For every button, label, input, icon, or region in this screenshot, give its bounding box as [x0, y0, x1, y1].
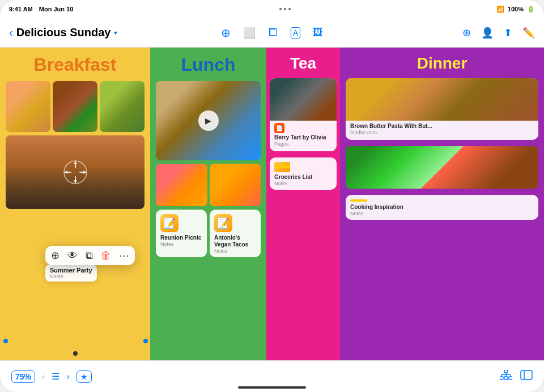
ctx-trash-icon[interactable]: 🗑	[101, 250, 111, 262]
status-center	[279, 8, 291, 10]
nav-prev-btn[interactable]: ‹	[42, 372, 45, 382]
ctx-more-icon[interactable]: ⋯	[119, 249, 129, 262]
home-indicator	[238, 386, 306, 389]
lunch-sub-images	[156, 164, 261, 206]
person-icon[interactable]: 👤	[481, 27, 494, 39]
note-sub-2: Notes	[214, 248, 256, 254]
slide-dot-active	[73, 351, 78, 356]
pasta-sub: food52.com	[350, 130, 534, 135]
groceries-sub: Notes	[274, 181, 332, 186]
lunch-main-img: ▶	[156, 81, 261, 160]
zoom-level[interactable]: 75%	[11, 370, 35, 383]
ctx-copy-icon[interactable]: ⧉	[86, 250, 93, 262]
svg-marker-5	[74, 161, 77, 164]
tea-groceries-note[interactable]: Groceries List Notes	[270, 157, 337, 190]
svg-rect-10	[500, 377, 503, 380]
share-icon[interactable]: ⬆	[504, 27, 512, 39]
lunch-header: Lunch	[156, 54, 261, 75]
svg-rect-12	[509, 377, 512, 380]
back-button[interactable]: ‹ Delicious Sunday ▾	[9, 26, 117, 39]
tea-header: Tea	[270, 54, 337, 73]
battery-label: 100%	[508, 6, 524, 12]
status-date: Mon Jun 10	[39, 6, 74, 12]
title-chevron-icon: ▾	[114, 29, 117, 37]
play-button[interactable]: ▶	[198, 110, 219, 131]
bottom-left-controls: 75% ‹ ☰ › ★	[11, 370, 92, 383]
col-breakfast: Breakfast	[0, 48, 150, 360]
slide-dots	[73, 351, 78, 356]
label-card: Summer Party Notes	[45, 265, 97, 282]
toolbar-layers-icon[interactable]: ⧠	[268, 27, 278, 39]
status-time: 9:41 AM	[9, 6, 33, 12]
wifi-icon: 📶	[496, 6, 504, 13]
label-card-sub: Notes	[50, 274, 92, 279]
anchor-dot-br[interactable]	[143, 339, 148, 343]
groceries-title: Groceries List	[274, 174, 332, 181]
lunch-note-reunion[interactable]: 📝 Reunion Picnic Notes	[156, 210, 207, 257]
ctx-eye-icon[interactable]: 👁	[67, 250, 78, 262]
breakfast-melon-img	[6, 81, 50, 132]
ctx-globe-icon[interactable]: ⊕	[51, 249, 60, 262]
label-card-title: Summer Party	[50, 267, 92, 274]
svg-rect-18	[521, 370, 532, 380]
breakfast-berries-img	[53, 81, 97, 132]
tea-content: 📄 Berry Tart by Olivia Pages Groce	[270, 78, 337, 193]
hierarchy-icon[interactable]	[500, 370, 512, 383]
columns-grid: Breakfast	[0, 48, 544, 360]
note-sub-1: Notes	[160, 241, 202, 247]
status-left: 9:41 AM Mon Jun 10	[9, 6, 73, 12]
pasta-img	[346, 78, 538, 121]
toolbar: ‹ Delicious Sunday ▾ ⊕ ⬜ ⧠ A 🖼 ⊕ 👤 ⬆ ✏️	[0, 18, 544, 48]
toolbar-circle-icon[interactable]: ⊕	[221, 26, 231, 40]
svg-rect-11	[504, 377, 508, 380]
edit-icon[interactable]: ✏️	[522, 27, 535, 39]
breakfast-image-row	[6, 81, 144, 132]
tart-sub: Pages	[274, 141, 332, 147]
svg-rect-9	[504, 370, 508, 373]
inspiration-note-line	[350, 199, 367, 202]
main-content: Breakfast	[0, 48, 544, 360]
groceries-icon	[274, 162, 290, 172]
status-dot-3	[288, 8, 291, 10]
svg-marker-8	[83, 171, 87, 174]
add-circle-icon[interactable]: ⊕	[462, 27, 471, 39]
lunch-note-vegan[interactable]: 📝 Antonio's Vegan Tacos Notes	[210, 210, 261, 257]
dinner-content: Brown Butter Pasta With But... food52.co…	[346, 78, 538, 223]
lunch-oranges-img	[210, 164, 261, 206]
breakfast-header: Breakfast	[6, 54, 144, 75]
status-right: 📶 100% 🔋	[496, 6, 535, 13]
dinner-salad-img	[346, 146, 538, 189]
nav-next-btn[interactable]: ›	[66, 372, 69, 382]
anchor-dot-bl[interactable]	[3, 339, 8, 343]
col-dinner: Dinner Brown Butter Pasta With But... fo…	[340, 48, 544, 360]
toolbar-center-icons: ⊕ ⬜ ⧠ A 🖼	[221, 26, 323, 40]
status-dot-1	[279, 8, 282, 10]
inspiration-sub: Notes	[350, 211, 534, 216]
note-title-1: Reunion Picnic	[160, 235, 202, 241]
toolbar-text-icon[interactable]: A	[291, 27, 300, 39]
back-chevron-icon: ‹	[9, 26, 13, 39]
toolbar-right-icons: ⊕ 👤 ⬆ ✏️	[462, 27, 535, 39]
col-lunch: Lunch ▶ 📝 Reunion Picnic	[150, 48, 266, 360]
dinner-header: Dinner	[346, 54, 538, 73]
lunch-drinks-img	[156, 164, 207, 206]
ipad-screen: 9:41 AM Mon Jun 10 📶 100% 🔋 ‹ Delicious …	[0, 0, 544, 392]
col-tea: Tea 📄 Berry Tart by Olivia Pages	[266, 48, 340, 360]
context-menu: ⊕ 👁 ⧉ 🗑 ⋯	[45, 246, 135, 265]
nav-list-icon[interactable]: ☰	[52, 371, 60, 382]
dinner-pasta-card[interactable]: Brown Butter Pasta With But... food52.co…	[346, 78, 538, 140]
toolbar-rect-icon[interactable]: ⬜	[243, 27, 256, 39]
pages-icon: 📄	[274, 123, 284, 133]
nav-star-btn[interactable]: ★	[76, 370, 92, 383]
dinner-inspiration-note[interactable]: Cooking Inspiration Notes	[346, 195, 538, 220]
breakfast-grapes-img	[100, 81, 144, 132]
toolbar-image-icon[interactable]: 🖼	[313, 27, 323, 39]
note-title-2: Antonio's Vegan Tacos	[214, 235, 256, 248]
battery-icon: 🔋	[527, 6, 535, 13]
note-icon-2: 📝	[214, 214, 232, 232]
status-dot-2	[284, 8, 286, 10]
bottom-right-controls	[500, 370, 533, 383]
sidebar-toggle-icon[interactable]	[520, 370, 533, 383]
tea-tart-card[interactable]: 📄 Berry Tart by Olivia Pages	[270, 78, 337, 151]
note-icon-1: 📝	[160, 214, 178, 232]
